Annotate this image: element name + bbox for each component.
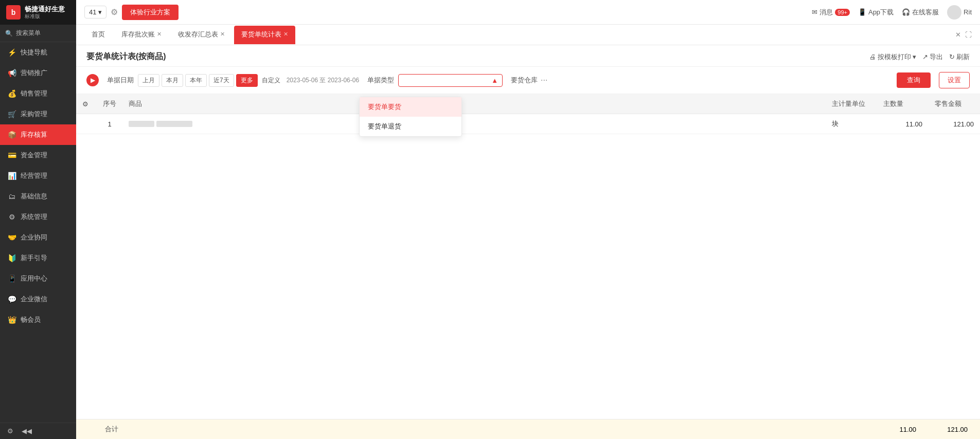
tab-batch-account-close[interactable]: ✕ xyxy=(157,31,162,38)
phone-icon: 📱 xyxy=(858,8,866,16)
topbar-settings-icon[interactable]: ⚙ xyxy=(111,7,118,17)
tab-collect-summary[interactable]: 收发存汇总表 ✕ xyxy=(171,26,232,44)
sidebar-item-label: 企业微信 xyxy=(21,295,47,304)
print-chevron-icon: ▾ xyxy=(913,53,916,61)
tabs-expand-icon[interactable]: ⛶ xyxy=(965,31,972,39)
refresh-label: 刷新 xyxy=(956,52,970,62)
sidebar-item-procurement[interactable]: 🛒 采购管理 xyxy=(0,104,76,124)
dropdown-item-order-goods[interactable]: 要货单要货 xyxy=(360,97,461,117)
tab-collect-summary-close[interactable]: ✕ xyxy=(220,31,225,38)
date-btn-more[interactable]: 更多 xyxy=(236,74,258,87)
warehouse-filter-label: 要货仓库 xyxy=(511,76,538,85)
sidebar-item-corp-wechat[interactable]: 💬 企业微信 xyxy=(0,289,76,309)
sidebar-item-system[interactable]: ⚙ 系统管理 xyxy=(0,207,76,227)
table-header-row: ⚙ 序号 商品 主计量单位 主数量 零售金额 xyxy=(76,94,980,114)
date-range: 2023-05-06 至 2023-06-06 xyxy=(287,76,359,85)
operations-icon: 📊 xyxy=(7,172,16,180)
placeholder-bar-1 xyxy=(129,121,154,127)
sidebar-item-enterprise[interactable]: 🤝 企业协同 xyxy=(0,227,76,248)
tabs-actions: ✕ ⛶ xyxy=(955,31,972,39)
dropdown-item-order-return[interactable]: 要货单退货 xyxy=(360,117,461,136)
app-logo: b 畅捷通好生意 标准版 xyxy=(0,0,76,25)
type-filter-chevron-icon[interactable]: ▲ xyxy=(491,77,498,84)
date-btn-up[interactable]: 上月 xyxy=(138,74,159,87)
sidebar-item-label: 新手引导 xyxy=(21,253,47,263)
filter-expand-btn[interactable]: ▶ xyxy=(86,74,99,86)
query-btn[interactable]: 查询 xyxy=(897,72,931,88)
row-product xyxy=(122,114,826,134)
topbar: 41 ▾ ⚙ 体验行业方案 ✉ 消息 99+ 📱 App下载 🎧 在线客服 R xyxy=(76,0,980,25)
export-btn[interactable]: ↗ 导出 xyxy=(922,52,943,62)
sidebar-item-inventory[interactable]: 📦 库存核算 xyxy=(0,124,76,145)
page-actions: 🖨 按模板打印 ▾ ↗ 导出 ↻ 刷新 xyxy=(869,52,970,62)
sidebar-collapse-icon[interactable]: ◀◀ xyxy=(22,427,32,435)
sidebar-item-label: 快捷导航 xyxy=(21,48,47,57)
col-settings-header[interactable]: ⚙ xyxy=(76,94,97,114)
topbar-right: ✉ 消息 99+ 📱 App下载 🎧 在线客服 Rit xyxy=(812,5,972,20)
date-custom-btn[interactable]: 自定义 xyxy=(262,76,280,85)
messages-btn[interactable]: ✉ 消息 99+ xyxy=(812,8,850,17)
row-settings xyxy=(76,114,97,134)
online-service-btn[interactable]: 🎧 在线客服 xyxy=(902,8,939,17)
type-filter-input-box[interactable]: ▲ xyxy=(398,74,503,87)
enterprise-icon: 🤝 xyxy=(7,233,16,242)
product-placeholder xyxy=(129,121,819,127)
sidebar-item-label: 应用中心 xyxy=(21,274,47,283)
sidebar-search[interactable]: 🔍 搜索菜单 xyxy=(0,25,76,42)
finance-icon: 💳 xyxy=(7,151,16,159)
col-amount-header: 零售金额 xyxy=(929,94,980,114)
store-selector[interactable]: 41 ▾ xyxy=(84,6,106,19)
date-btn-this-month[interactable]: 本月 xyxy=(162,74,183,87)
page-content: 要货单统计表(按商品) 🖨 按模板打印 ▾ ↗ 导出 ↻ 刷新 ▶ xyxy=(76,45,980,439)
type-filter-input[interactable] xyxy=(403,77,489,84)
sidebar-item-guide[interactable]: 🔰 新手引导 xyxy=(0,248,76,268)
sidebar-item-sales[interactable]: 💰 销售管理 xyxy=(0,83,76,104)
filter-settings-btn[interactable]: 设置 xyxy=(939,72,970,88)
tab-home[interactable]: 首页 xyxy=(84,26,112,44)
sidebar-item-label: 基础信息 xyxy=(21,192,47,201)
tabs-close-all-icon[interactable]: ✕ xyxy=(955,31,961,39)
filter-bar: ▶ 单据日期 上月 本月 本年 近7天 更多 自定义 2023-05-06 至 … xyxy=(76,67,980,94)
row-amount: 121.00 xyxy=(929,114,980,134)
store-chevron-icon: ▾ xyxy=(98,8,102,16)
col-product-header: 商品 xyxy=(122,94,826,114)
page-header: 要货单统计表(按商品) 🖨 按模板打印 ▾ ↗ 导出 ↻ 刷新 xyxy=(76,45,980,67)
type-filter-label: 单据类型 xyxy=(367,76,394,85)
type-dropdown: 要货单要货 要货单退货 xyxy=(359,97,462,137)
inventory-icon: 📦 xyxy=(7,131,16,139)
sidebar-item-vip[interactable]: 👑 畅会员 xyxy=(0,309,76,330)
tab-order-summary[interactable]: 要货单统计表 ✕ xyxy=(234,26,295,44)
print-template-btn[interactable]: 🖨 按模板打印 ▾ xyxy=(869,52,916,62)
warehouse-filter-dots[interactable]: ··· xyxy=(541,76,547,85)
store-name: 41 xyxy=(89,8,96,16)
tab-order-summary-close[interactable]: ✕ xyxy=(283,31,288,38)
dropdown-item-label: 要货单要货 xyxy=(368,103,401,111)
sidebar-item-finance[interactable]: 💳 资金管理 xyxy=(0,145,76,166)
quick-nav-icon: ⚡ xyxy=(7,48,16,57)
app-download-btn[interactable]: 📱 App下载 xyxy=(858,8,894,17)
logo-main: 畅捷通好生意 xyxy=(25,5,65,13)
sidebar-settings-icon[interactable]: ⚙ xyxy=(7,427,13,435)
sidebar-item-quick-nav[interactable]: ⚡ 快捷导航 xyxy=(0,42,76,63)
user-profile[interactable]: Rit xyxy=(947,5,972,20)
export-label: 导出 xyxy=(930,52,943,62)
sidebar-item-label: 畅会员 xyxy=(21,315,41,324)
logo-text: 畅捷通好生意 标准版 xyxy=(25,5,65,20)
date-btn-last7[interactable]: 近7天 xyxy=(209,74,234,87)
sidebar: b 畅捷通好生意 标准版 🔍 搜索菜单 ⚡ 快捷导航 📢 营销推广 💰 销售管理… xyxy=(0,0,76,439)
topbar-left: 41 ▾ ⚙ 体验行业方案 xyxy=(84,5,806,20)
tab-home-label: 首页 xyxy=(92,30,105,39)
trial-btn[interactable]: 体验行业方案 xyxy=(122,5,179,20)
sidebar-item-marketing[interactable]: 📢 营销推广 xyxy=(0,63,76,83)
date-btn-this-year[interactable]: 本年 xyxy=(185,74,207,87)
footer-label: 合计 xyxy=(105,425,118,434)
tab-batch-account[interactable]: 库存批次账 ✕ xyxy=(114,26,169,44)
date-quick-btns: 上月 本月 本年 近7天 更多 xyxy=(138,74,258,87)
sidebar-item-basic-info[interactable]: 🗂 基础信息 xyxy=(0,186,76,207)
sidebar-item-operations[interactable]: 📊 经营管理 xyxy=(0,166,76,186)
dropdown-item-label: 要货单退货 xyxy=(368,122,401,130)
table-row: 1 块 11.00 121.00 xyxy=(76,114,980,134)
refresh-btn[interactable]: ↻ 刷新 xyxy=(949,52,970,62)
sidebar-item-app-center[interactable]: 📱 应用中心 xyxy=(0,268,76,289)
system-icon: ⚙ xyxy=(7,213,16,221)
